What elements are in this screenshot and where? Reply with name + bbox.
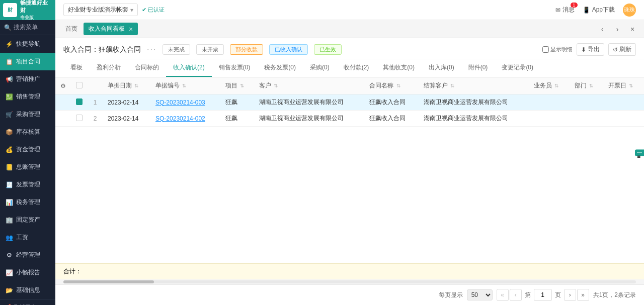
first-page-button[interactable]: « [497,289,509,301]
nav-prev-button[interactable]: ‹ [597,24,608,35]
tab-close-icon[interactable]: × [129,25,133,33]
sidebar-item-funds[interactable]: 💰 资金管理 [0,141,55,158]
funds-icon: 💰 [5,146,13,154]
tab-contract-standard[interactable]: 合同标的 [128,59,166,77]
col-bill-no[interactable]: 单据编号 ⇅ [150,77,220,94]
sidebar-item-general-ledger[interactable]: 📒 总账管理 [0,158,55,176]
row2-checkbox-cell[interactable] [71,111,88,127]
refresh-label: 刷新 [619,45,631,54]
last-page-button[interactable]: » [577,289,589,301]
status-not-billed-button[interactable]: 未开票 [196,44,224,55]
sidebar: 财 畅捷通好业财 专业版 🔍 搜索菜单 ⚡ 快捷导航 📋 项目合同 📢 营销推广… [0,0,55,305]
table-row[interactable]: 1 2023-02-14 SQ-20230214-003 狂飙 湖南卫视商业运营… [55,94,644,111]
nav-close-button[interactable]: × [627,24,638,35]
quick-nav-label: 快捷导航 [16,40,40,48]
tab-attachment[interactable]: 附件(0) [461,59,495,77]
row1-checkbox[interactable] [76,98,83,105]
logo-name: 畅捷通好业财 [20,0,48,13]
sidebar-item-hr[interactable]: 👥 工资 [0,229,55,246]
export-button[interactable]: ⬇ 导出 [577,43,604,56]
logo-text: 畅捷通好业财 专业版 [20,0,52,21]
col-project[interactable]: 项目 ⇅ [220,77,254,94]
row1-bill-no[interactable]: SQ-20230214-003 [150,94,220,111]
page-number-input[interactable] [534,289,552,301]
col-date[interactable]: 单据日期 ⇅ [103,77,150,94]
per-page-label: 每页显示 [439,291,463,299]
home-label: 首页 [65,25,77,32]
purchase-icon: 🛒 [5,111,13,119]
tab-other-income[interactable]: 其他收支(0) [376,59,422,77]
col-settlement-customer[interactable]: 结算客户 ⇅ [419,77,529,94]
app-download-button[interactable]: 📱 App下载 [583,6,615,14]
col-settings[interactable]: ⚙ [55,77,71,94]
sidebar-item-ops[interactable]: ⚙ 经营管理 [0,246,55,264]
col-contract-name[interactable]: 合同名称 ⇅ [364,77,418,94]
message-button[interactable]: ✉ 1 消息 [555,6,575,14]
unpin-button[interactable]: 📌 取消固定 [0,299,55,305]
tab-warehouse[interactable]: 出入库(0) [422,59,461,77]
page-size-select[interactable]: 20 50 100 200 [467,289,493,300]
tab-kanban[interactable]: 看板 [63,59,90,77]
row1-checkbox-cell[interactable] [71,94,88,111]
tab-payment[interactable]: 收付款(2) [337,59,376,77]
tab-income-confirm[interactable]: 收入确认(2) [166,59,212,77]
company-chevron-icon: ▾ [130,7,133,14]
next-page-button[interactable]: › [564,289,576,301]
sidebar-item-purchase[interactable]: 🛒 采购管理 [0,106,55,123]
basic-icon: 📂 [5,286,13,294]
sidebar-item-marketing[interactable]: 📢 营销推广 [0,70,55,88]
row2-bill-no-link[interactable]: SQ-20230214-002 [155,115,205,122]
row2-bill-no[interactable]: SQ-20230214-002 [150,111,220,127]
main-area: 好业财专业版演示帐套 ▾ ✔ 已认证 ✉ 1 消息 📱 App下载 珠珠 [55,0,644,305]
table-row[interactable]: 2 2023-02-14 SQ-20230214-002 狂飙 湖南卫视商业运营… [55,111,644,127]
home-tab[interactable]: 首页 [61,23,82,35]
user-avatar[interactable]: 珠珠 [623,4,636,17]
page-title: 收入合同：狂飙收入合同 [63,45,141,54]
sidebar-item-tax[interactable]: 📊 税务管理 [0,193,55,211]
sidebar-label-inventory: 库存核算 [16,128,40,136]
status-incomplete-button[interactable]: 未完成 [163,44,190,55]
right-panel-toggle[interactable]: ≡ [635,149,644,156]
col-customer[interactable]: 客户 ⇅ [254,77,365,94]
sidebar-item-inventory[interactable]: 📦 库存核算 [0,123,55,141]
prev-page-button[interactable]: ‹ [510,289,522,301]
search-menu[interactable]: 🔍 搜索菜单 [0,20,55,35]
more-options-icon[interactable]: ··· [147,45,156,54]
show-detail-label[interactable]: 显示明细 [542,46,573,53]
horizontal-scrollbar[interactable] [55,279,644,284]
sidebar-item-project-contract[interactable]: 📋 项目合同 [0,53,55,70]
sidebar-item-sales[interactable]: 💹 销售管理 [0,88,55,106]
data-table: ⚙ 单据日期 ⇅ 单据编号 ⇅ [55,77,644,127]
nav-next-button[interactable]: › [612,24,623,35]
verified-icon: ✔ [142,7,146,13]
active-tab[interactable]: 收入合同看板 × [84,23,138,35]
sidebar-item-basic[interactable]: 📂 基础信息 [0,281,55,299]
refresh-button[interactable]: ↺ 刷新 [608,43,636,56]
tab-sales-invoice[interactable]: 销售发票(0) [212,59,258,77]
show-detail-checkbox[interactable] [542,46,549,53]
message-badge: 1 [571,3,578,8]
col-department-label: 部门 [575,82,587,89]
select-all-checkbox[interactable] [76,82,83,88]
quick-nav-icon: ⚡ [5,40,13,48]
col-department[interactable]: 部门 ⇅ [570,77,603,94]
col-settlement-customer-sort-icon: ⇅ [450,83,454,88]
sidebar-item-report[interactable]: 📈 小畅报告 [0,264,55,281]
scrollbar-thumb[interactable] [63,280,154,283]
tab-profit[interactable]: 盈利分析 [90,59,128,77]
status-effective-button[interactable]: 已生效 [314,44,342,55]
tab-change-log[interactable]: 变更记录(0) [495,59,540,77]
tab-purchase[interactable]: 采购(0) [303,59,337,77]
sidebar-item-fixed-assets[interactable]: 🏢 固定资产 [0,211,55,229]
tab-tax-invoice[interactable]: 税务发票(0) [257,59,303,77]
row2-checkbox[interactable] [76,115,83,121]
status-partial-button[interactable]: 部分收款 [230,44,263,55]
sidebar-item-invoice[interactable]: 🧾 发票管理 [0,176,55,193]
row1-bill-no-link[interactable]: SQ-20230214-003 [155,99,205,106]
col-open-date[interactable]: 开票日 ⇅ [603,77,644,94]
status-confirmed-button[interactable]: 已收入确认 [269,44,308,55]
company-selector[interactable]: 好业财专业版演示帐套 ▾ [63,4,138,16]
col-checkbox-all[interactable] [71,77,88,94]
col-salesperson[interactable]: 业务员 ⇅ [529,77,570,94]
sidebar-item-quick-nav[interactable]: ⚡ 快捷导航 [0,35,55,53]
